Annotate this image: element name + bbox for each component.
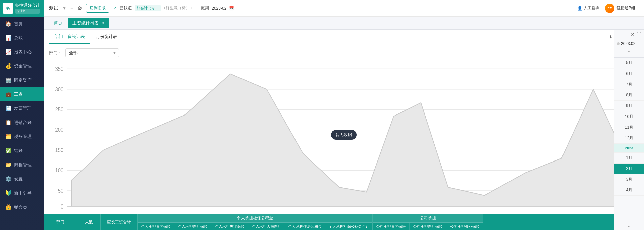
month-item-7月[interactable]: 7月 — [614, 79, 644, 90]
sidebar-label-12: 新手引导 — [14, 190, 32, 196]
svg-text:250: 250 — [55, 107, 63, 113]
sidebar-item-设置[interactable]: ⚙️设置 — [0, 172, 44, 186]
month-item-9月[interactable]: 9月 — [614, 101, 644, 111]
table-col-人数: 人数 — [77, 214, 101, 230]
sidebar-icon-2: 📈 — [5, 49, 11, 55]
download-icon: ⬇ — [609, 35, 612, 39]
sidebar-item-进销台账[interactable]: 📋进销台账 — [0, 116, 44, 130]
panel-months: 5月6月7月8月9月10月11月12月20231月2月3月4月 — [614, 58, 644, 221]
col-child-个人承担医疗保险: 个人承担医疗保险 — [174, 223, 211, 230]
sidebar-icon-6: 🧾 — [5, 105, 11, 111]
sidebar-label-9: 结账 — [14, 148, 23, 154]
sidebar-icon-8: 🗂️ — [5, 134, 11, 140]
month-item-11月[interactable]: 11月 — [614, 122, 644, 133]
sidebar-label-3: 资金管理 — [14, 63, 32, 69]
sidebar-item-固定资产[interactable]: 🏢固定资产 — [0, 73, 44, 87]
sidebar-item-新手引导[interactable]: 🔰新手引导 — [0, 186, 44, 200]
help-button[interactable]: 👤 人工咨询 — [577, 5, 600, 11]
calendar-icon[interactable]: 📅 — [229, 6, 234, 11]
sidebar-item-资金管理[interactable]: 💰资金管理 — [0, 59, 44, 73]
sidebar-item-发票管理[interactable]: 🧾发票管理 — [0, 101, 44, 116]
sidebar-item-工资[interactable]: 💼工资 — [0, 87, 44, 101]
tab-salary-report[interactable]: 工资统计报表 × — [68, 18, 109, 28]
tabs-bar: 首页 工资统计报表 × — [44, 17, 644, 30]
topbar-dropdown-icon[interactable]: ▼ — [62, 6, 66, 11]
month-item-6月[interactable]: 6月 — [614, 68, 644, 79]
topbar: 测试 ▼ + ⚙ 切到旧版 ✓ 已认证 好会计（专） +好生意（标）+... 账… — [44, 0, 644, 17]
dept-select[interactable]: 全部财务部销售部技术部人事部 — [65, 48, 119, 57]
sub-tab-dept[interactable]: 部门工资统计表 — [49, 30, 90, 44]
sub-tab-monthly[interactable]: 月份统计表 — [90, 30, 123, 44]
help-label: 人工咨询 — [584, 5, 600, 11]
month-item-5月[interactable]: 5月 — [614, 58, 644, 68]
sidebar-icon-0: 🏠 — [5, 21, 11, 27]
sidebar-nav: 🏠首页📊总账📈报表中心💰资金管理🏢固定资产💼工资🧾发票管理📋进销台账🗂️税务管理… — [0, 17, 44, 230]
logo-icon: 畅 — [3, 3, 13, 14]
table-footer: 部门人数应发工资合计个人承担社保公积金个人承担养老保险个人承担医疗保险个人承担失… — [44, 214, 644, 230]
sidebar-item-税务管理[interactable]: 🗂️税务管理 — [0, 130, 44, 144]
table-col-group-personal: 个人承担社保公积金个人承担养老保险个人承担医疗保险个人承担失业保险个人承担大额医… — [138, 214, 373, 230]
sidebar-icon-1: 📊 — [5, 35, 11, 41]
panel-date-label: 2023.02 — [614, 39, 644, 48]
panel-date-value: 2023.02 — [621, 41, 635, 46]
month-item-2月[interactable]: 2月 — [614, 164, 644, 174]
sidebar-label-0: 首页 — [14, 21, 23, 27]
sidebar-item-首页[interactable]: 🏠首页 — [0, 17, 44, 31]
month-item-2023[interactable]: 2023 — [614, 144, 644, 153]
help-icon: 👤 — [577, 6, 582, 11]
user-menu[interactable]: CE 轻捷通B组... — [605, 4, 639, 13]
sidebar-logo[interactable]: 畅 畅捷通好会计 专业版 — [0, 0, 44, 17]
sidebar-icon-5: 💼 — [5, 91, 11, 97]
sidebar-item-结账[interactable]: ✅结账 — [0, 144, 44, 158]
topbar-project[interactable]: 测试 — [49, 5, 58, 11]
topbar-right: 👤 人工咨询 CE 轻捷通B组... — [577, 4, 639, 13]
svg-text:150: 150 — [55, 147, 63, 153]
nav-up-icon[interactable]: ⌃ — [627, 50, 631, 56]
certified-label: 已认证 — [120, 5, 132, 11]
sidebar-icon-7: 📋 — [5, 120, 11, 126]
panel-nav-down: ⌄ — [614, 221, 644, 230]
logo-title: 畅捷通好会计 — [15, 3, 40, 8]
sidebar-icon-9: ✅ — [5, 148, 11, 154]
dept-select-wrap: 全部财务部销售部技术部人事部 ▼ — [65, 48, 119, 57]
month-item-4月[interactable]: 4月 — [614, 185, 644, 196]
sidebar-label-2: 报表中心 — [14, 49, 32, 55]
month-item-1月[interactable]: 1月 — [614, 153, 644, 164]
period-value[interactable]: 2023-02 — [212, 6, 226, 11]
svg-text:200: 200 — [55, 127, 63, 133]
tab-close-icon[interactable]: × — [102, 21, 104, 26]
right-panel-header: ✕ ⛶ — [614, 30, 644, 39]
topbar-settings-icon[interactable]: ⚙ — [77, 5, 82, 11]
month-item-3月[interactable]: 3月 — [614, 174, 644, 185]
sidebar-item-归档管理[interactable]: 📁归档管理 — [0, 158, 44, 172]
sidebar-label-1: 总账 — [14, 35, 23, 41]
topbar-add-button[interactable]: + — [70, 5, 73, 11]
dept-filter-label: 部门： — [49, 50, 62, 56]
sidebar-label-4: 固定资产 — [14, 77, 32, 83]
col-child-个人承担大额医疗: 个人承担大额医疗 — [248, 223, 285, 230]
sidebar-icon-3: 💰 — [5, 63, 11, 69]
sidebar-item-报表中心[interactable]: 📈报表中心 — [0, 45, 44, 59]
page-content: 部门工资统计表 月份统计表 ⬇ 下载 ↻ 刷新 部门： — [44, 30, 644, 230]
month-item-12月[interactable]: 12月 — [614, 133, 644, 144]
tab-salary-label: 工资统计报表 — [72, 20, 99, 26]
group2-header: 公司承担 — [373, 214, 483, 223]
sidebar-label-6: 发票管理 — [14, 105, 32, 111]
switch-to-old-button[interactable]: 切到旧版 — [86, 4, 109, 13]
svg-text:100: 100 — [55, 168, 63, 174]
panel-close-icon[interactable]: ✕ — [631, 32, 635, 37]
month-item-8月[interactable]: 8月 — [614, 90, 644, 101]
sidebar-label-10: 归档管理 — [14, 162, 32, 168]
sidebar-label-5: 工资 — [14, 91, 23, 97]
main-area: 测试 ▼ + ⚙ 切到旧版 ✓ 已认证 好会计（专） +好生意（标）+... 账… — [44, 0, 644, 230]
date-indicator — [617, 42, 620, 45]
panel-expand-icon[interactable]: ⛶ — [637, 32, 641, 37]
sidebar-item-畅会员[interactable]: 👑畅会员 — [0, 200, 44, 214]
sidebar-item-总账[interactable]: 📊总账 — [0, 31, 44, 45]
svg-text:300: 300 — [55, 86, 63, 92]
avatar-text: CE — [608, 7, 612, 10]
tab-home[interactable]: 首页 — [49, 18, 67, 28]
month-item-10月[interactable]: 10月 — [614, 111, 644, 122]
content-area: 首页 工资统计报表 × 部门工资统计表 月份统计表 ⬇ 下载 ↻ 刷 — [44, 17, 644, 230]
nav-down-icon[interactable]: ⌄ — [627, 222, 631, 229]
